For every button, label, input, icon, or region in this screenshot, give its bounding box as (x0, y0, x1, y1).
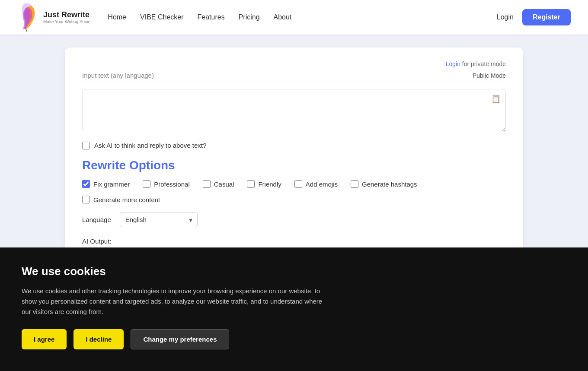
professional-label[interactable]: Professional (154, 181, 190, 188)
option-casual: Casual (203, 180, 234, 188)
language-select-wrapper: English Spanish French German Italian Po… (120, 212, 198, 227)
brand-icon (17, 3, 39, 32)
nav-about[interactable]: About (274, 13, 292, 21)
nav-features[interactable]: Features (198, 13, 225, 21)
friendly-label[interactable]: Friendly (258, 181, 281, 188)
rewrite-options-grid: Fix grammer Professional Casual Friendly… (82, 180, 506, 203)
nav-pricing[interactable]: Pricing (239, 13, 260, 21)
login-button[interactable]: Login (497, 13, 514, 21)
main-textarea[interactable] (82, 89, 506, 132)
input-header: Input text (any language) Public Mode (82, 72, 506, 82)
casual-checkbox[interactable] (203, 180, 211, 188)
generate-more-content-label[interactable]: Generate more content (93, 196, 160, 203)
ai-think-label[interactable]: Ask AI to think and reply to above text? (94, 141, 206, 150)
option-friendly: Friendly (247, 180, 281, 188)
ai-think-checkbox-row: Ask AI to think and reply to above text? (82, 141, 506, 150)
private-mode-bar: Login for private mode (82, 60, 506, 67)
add-emojis-checkbox[interactable] (294, 180, 302, 188)
navbar: Just Rewrite Make Your Writing Shine Hom… (0, 0, 588, 35)
cookie-decline-button[interactable]: I decline (74, 329, 124, 349)
option-generate-more: Generate more content (82, 196, 160, 203)
option-fix-grammar: Fix grammer (82, 180, 130, 188)
input-label: Input text (any language) (82, 72, 154, 79)
register-button[interactable]: Register (522, 9, 571, 25)
paste-icon: 📋 (491, 94, 501, 104)
fix-grammar-checkbox[interactable] (82, 180, 90, 188)
ai-output-label: AI Output: (82, 238, 506, 245)
add-emojis-label[interactable]: Add emojis (306, 181, 338, 188)
language-select[interactable]: English Spanish French German Italian Po… (120, 212, 198, 227)
fix-grammar-label[interactable]: Fix grammer (93, 181, 130, 188)
casual-label[interactable]: Casual (214, 181, 234, 188)
navbar-actions: Login Register (497, 9, 571, 25)
cookie-text: We use cookies and other tracking techno… (22, 286, 324, 317)
cookie-agree-button[interactable]: I agree (22, 329, 67, 349)
language-label: Language (82, 216, 111, 223)
professional-checkbox[interactable] (143, 180, 150, 188)
nav-links: Home VIBE Checker Features Pricing About (108, 13, 496, 21)
private-mode-text: Login for private mode (446, 60, 506, 67)
nav-home[interactable]: Home (108, 13, 126, 21)
cookie-banner: We use cookies We use cookies and other … (0, 247, 588, 371)
cookie-change-prefs-button[interactable]: Change my preferences (131, 329, 229, 349)
public-mode-badge: Public Mode (473, 72, 506, 79)
generate-more-content-checkbox[interactable] (82, 196, 90, 203)
option-generate-hashtags: Generate hashtags (351, 180, 417, 188)
private-mode-login-link[interactable]: Login (446, 60, 460, 67)
brand-tagline: Make Your Writing Shine (43, 19, 90, 24)
friendly-checkbox[interactable] (247, 180, 255, 188)
option-professional: Professional (143, 180, 190, 188)
generate-hashtags-checkbox[interactable] (351, 180, 358, 188)
brand-name: Just Rewrite (43, 10, 90, 20)
language-row: Language English Spanish French German I… (82, 212, 506, 227)
option-add-emojis: Add emojis (294, 180, 338, 188)
rewrite-options-title: Rewrite Options (82, 159, 506, 172)
brand-logo-link[interactable]: Just Rewrite Make Your Writing Shine (17, 3, 90, 32)
generate-hashtags-label[interactable]: Generate hashtags (362, 181, 417, 188)
nav-vibe-checker[interactable]: VIBE Checker (140, 13, 183, 21)
text-area-wrapper: 📋 (82, 89, 506, 134)
cookie-buttons: I agree I decline Change my preferences (22, 329, 566, 349)
cookie-title: We use cookies (22, 265, 566, 278)
ai-think-checkbox[interactable] (82, 142, 90, 149)
